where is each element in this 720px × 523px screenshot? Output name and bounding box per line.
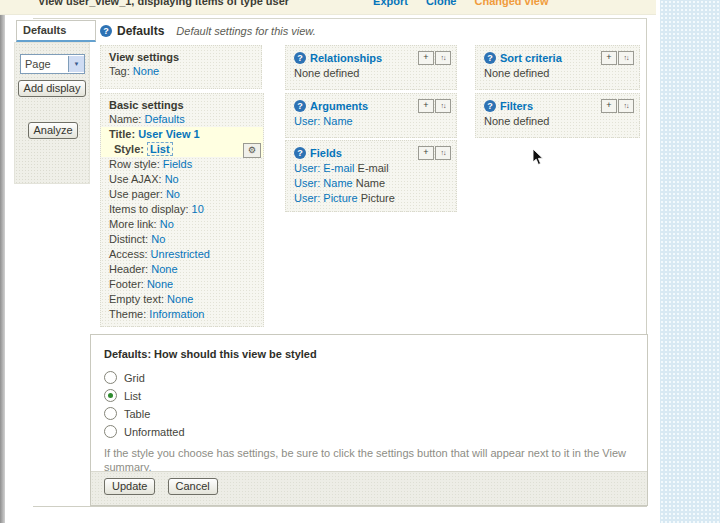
add-icon[interactable]: +: [418, 146, 434, 160]
relationships-title-link[interactable]: Relationships: [310, 52, 382, 64]
add-icon[interactable]: +: [601, 51, 617, 65]
style-row: Style: List: [101, 142, 263, 157]
setting-value-link[interactable]: None: [151, 263, 177, 275]
setting-value-link[interactable]: Fields: [163, 158, 192, 170]
tag-value-link[interactable]: None: [133, 65, 159, 77]
basic-settings-title: Basic settings: [101, 94, 263, 112]
setting-value-link[interactable]: 10: [192, 203, 204, 215]
radio-grid[interactable]: [104, 371, 117, 384]
setting-value-link[interactable]: No: [160, 218, 174, 230]
help-icon[interactable]: ?: [484, 52, 496, 64]
view-settings-box: View settings Tag: None: [100, 45, 262, 89]
add-icon[interactable]: +: [418, 99, 434, 113]
style-option-unformatted[interactable]: Unformatted: [104, 425, 647, 439]
help-icon[interactable]: ?: [100, 25, 112, 37]
breadcrumb-bar: View user_view_1, displaying items of ty…: [0, 0, 656, 15]
radio-unformatted[interactable]: [104, 425, 117, 438]
setting-label: Distinct:: [109, 233, 148, 245]
add-icon[interactable]: +: [601, 99, 617, 113]
setting-row: Empty text: None: [101, 292, 263, 307]
setting-row: Use pager: No: [101, 187, 263, 202]
display-subtitle: Default settings for this view.: [176, 25, 315, 37]
setting-row: Use AJAX: No: [101, 172, 263, 187]
style-option-grid[interactable]: Grid: [104, 371, 647, 385]
sort-criteria-title-link[interactable]: Sort criteria: [500, 52, 562, 64]
style-option-list[interactable]: List: [104, 389, 647, 403]
setting-label: More link:: [109, 218, 157, 230]
setting-value-link[interactable]: Information: [149, 308, 204, 320]
chevron-down-icon[interactable]: ▼: [68, 56, 84, 72]
help-icon[interactable]: ?: [294, 100, 306, 112]
rearrange-icon[interactable]: ↑↓: [618, 51, 634, 65]
argument-item-link[interactable]: User: Name: [294, 115, 353, 127]
setting-value-link[interactable]: Unrestricted: [151, 248, 210, 260]
changed-view-link[interactable]: Changed view: [474, 0, 548, 7]
style-option-label: List: [124, 390, 141, 402]
style-option-table[interactable]: Table: [104, 407, 647, 421]
filters-title-link[interactable]: Filters: [500, 100, 533, 112]
setting-label: Theme:: [109, 308, 146, 320]
title-row: Title: User View 1: [101, 127, 263, 142]
add-icon[interactable]: +: [418, 51, 434, 65]
relationships-empty: None defined: [286, 66, 456, 81]
radio-list[interactable]: [104, 389, 117, 402]
display-header: ? Defaults Default settings for this vie…: [100, 24, 316, 38]
style-settings-gear-icon[interactable]: ⚙: [243, 143, 261, 158]
cancel-button[interactable]: Cancel: [168, 478, 218, 495]
arguments-box: ? Arguments + ↑↓ User: Name: [285, 93, 457, 138]
add-display-button[interactable]: Add display: [18, 80, 86, 97]
arguments-title-link[interactable]: Arguments: [310, 100, 368, 112]
style-form-heading: Defaults: How should this view be styled: [104, 348, 647, 360]
setting-value-link[interactable]: None: [147, 278, 173, 290]
filters-box: ? Filters + ↑↓ None defined: [475, 93, 640, 138]
name-label: Name:: [109, 113, 141, 125]
export-link[interactable]: Export: [373, 0, 408, 7]
setting-value-link[interactable]: No: [165, 173, 179, 185]
help-icon[interactable]: ?: [294, 52, 306, 64]
tab-defaults[interactable]: Defaults: [16, 20, 96, 42]
field-item-label: Name: [356, 177, 385, 189]
style-value-link[interactable]: List: [147, 142, 173, 156]
setting-label: Use AJAX:: [109, 173, 162, 185]
views-edit-screen: View user_view_1, displaying items of ty…: [0, 0, 720, 523]
relationships-box: ? Relationships + ↑↓ None defined: [285, 45, 457, 90]
setting-row: Footer: None: [101, 277, 263, 292]
style-label: Style:: [114, 143, 144, 155]
rearrange-icon[interactable]: ↑↓: [435, 51, 451, 65]
setting-label: Access:: [109, 248, 148, 260]
setting-row: Items to display: 10: [101, 202, 263, 217]
update-button[interactable]: Update: [104, 478, 155, 495]
fields-box: ? Fields + ↑↓ User: E-mail E-mail User: …: [285, 140, 457, 212]
fields-title-link[interactable]: Fields: [310, 147, 342, 159]
radio-table[interactable]: [104, 407, 117, 420]
style-form-description: If the style you choose has settings, be…: [104, 446, 634, 474]
help-icon[interactable]: ?: [294, 147, 306, 159]
rearrange-icon[interactable]: ↑↓: [618, 99, 634, 113]
setting-value-link[interactable]: No: [151, 233, 165, 245]
setting-value-link[interactable]: None: [167, 293, 193, 305]
display-type-select[interactable]: Page ▼: [20, 54, 85, 74]
field-item-link[interactable]: User: Picture: [294, 192, 358, 204]
view-settings-title: View settings: [101, 46, 261, 64]
help-icon[interactable]: ?: [484, 100, 496, 112]
clone-link[interactable]: Clone: [426, 0, 457, 7]
field-item-label: Picture: [361, 192, 395, 204]
page-background-pattern: [660, 0, 720, 523]
setting-label: Header:: [109, 263, 148, 275]
setting-value-link[interactable]: No: [166, 188, 180, 200]
display-title: Defaults: [117, 24, 164, 38]
field-item-link[interactable]: User: Name: [294, 177, 353, 189]
rearrange-icon[interactable]: ↑↓: [435, 146, 451, 160]
field-item-label: E-mail: [358, 162, 389, 174]
field-row: User: Picture Picture: [286, 191, 456, 206]
view-title: View user_view_1, displaying items of ty…: [38, 0, 289, 7]
name-value-link[interactable]: Defaults: [144, 113, 184, 125]
rearrange-icon[interactable]: ↑↓: [435, 99, 451, 113]
setting-label: Footer:: [109, 278, 144, 290]
analyze-button[interactable]: Analyze: [28, 122, 78, 139]
tag-row: Tag: None: [101, 64, 261, 79]
field-item-link[interactable]: User: E-mail: [294, 162, 355, 174]
setting-row: Theme: Information: [101, 307, 263, 322]
title-value-link[interactable]: User View 1: [138, 128, 200, 140]
setting-row: Row style: Fields: [101, 157, 263, 172]
